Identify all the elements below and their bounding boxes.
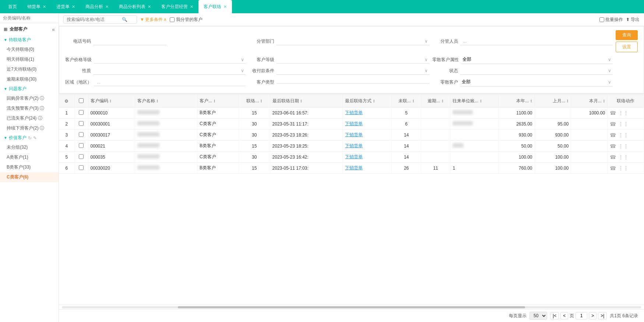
close-product-analysis-icon[interactable]: ✕ — [105, 4, 109, 9]
contact-icon[interactable]: ☎ — [610, 154, 616, 160]
th-name[interactable]: 客户名称 ↕ — [135, 95, 197, 107]
payment-select[interactable]: ∨ — [277, 67, 429, 75]
contact-icon[interactable]: ☎ — [610, 165, 616, 171]
sidebar-item-tomorrow[interactable]: 明天待联络(1) — [0, 54, 59, 64]
page-size-select[interactable]: 50 — [529, 312, 547, 320]
row-checkbox[interactable] — [79, 143, 84, 148]
status-select[interactable]: ∨ — [460, 67, 613, 75]
next-page-btn[interactable]: > — [589, 312, 597, 319]
nav-product-analysis[interactable]: 商品分析 ✕ — [80, 0, 114, 13]
contact-icon[interactable]: ☎ — [610, 121, 616, 127]
nav-home[interactable]: 首页 — [3, 0, 22, 13]
more-filter-btn[interactable]: ▼ 更多条件 ∧ — [140, 17, 167, 23]
th-lastmonth[interactable]: 上月... ↕ — [535, 95, 571, 107]
row-checkbox[interactable] — [79, 154, 84, 159]
contact-icon[interactable]: ☎ — [610, 110, 616, 116]
sidebar-item-b-class[interactable]: B类客户(33) — [0, 162, 59, 172]
sidebar-item-c-class[interactable]: C类客户(6) — [0, 172, 59, 182]
query-button[interactable]: 查询 — [616, 30, 638, 40]
nav-customer-contact[interactable]: 客户联络 ✕ — [198, 0, 232, 13]
row-checkbox[interactable] — [79, 132, 84, 137]
sidebar-item-churn-warning[interactable]: 流失预警客户(3) ⓘ — [0, 103, 59, 113]
way-link[interactable]: 下销货单 — [345, 154, 363, 159]
retail-select[interactable]: 全部 ∨ — [460, 78, 613, 86]
more-action-icon[interactable]: ⋮⋮ — [618, 143, 629, 149]
batch-op-btn[interactable]: 批量操作 — [599, 17, 623, 23]
close-product-list-icon[interactable]: ✕ — [148, 4, 151, 9]
first-page-btn[interactable]: |< — [550, 312, 559, 319]
person-select[interactable]: ... — [460, 38, 613, 45]
sidebar-item-abnormal[interactable]: 回购异常客户(2) ⓘ — [0, 93, 59, 103]
last-page-btn[interactable]: >| — [598, 312, 607, 319]
settings-icon[interactable]: ⚙ — [64, 99, 68, 104]
th-code[interactable]: 客户编码 ↕ — [88, 95, 135, 107]
row-checkbox[interactable] — [79, 110, 84, 115]
scrollbar-thumb[interactable] — [178, 306, 525, 308]
sidebar-item-ungroup[interactable]: 未分组(32) — [0, 142, 59, 152]
th-unlinkdays[interactable]: 未联... ↕ — [392, 95, 421, 107]
set-button[interactable]: 设置 — [616, 42, 638, 52]
row-checkbox[interactable] — [79, 121, 84, 126]
th-way[interactable]: 最后联络方式 ↕ — [343, 95, 392, 107]
sidebar-item-churned[interactable]: 已流失客户(24) ⓘ — [0, 113, 59, 123]
more-action-icon[interactable]: ⋮⋮ — [618, 110, 629, 116]
nav-customer-tier[interactable]: 客户分层经营 ✕ — [156, 0, 198, 13]
row-checkbox[interactable] — [79, 165, 84, 170]
th-thismonth[interactable]: 本月... ↕ — [571, 95, 608, 107]
prev-page-btn[interactable]: < — [560, 312, 568, 319]
close-customer-tier-icon[interactable]: ✕ — [190, 4, 193, 9]
horizontal-scrollbar[interactable] — [59, 305, 644, 309]
retail-attr-select[interactable]: 全部 ∨ — [461, 55, 613, 64]
more-action-icon[interactable]: ⋮⋮ — [618, 154, 629, 160]
refresh-icon[interactable]: ↻ — [28, 135, 32, 141]
edit-icon[interactable]: ✎ — [33, 135, 37, 141]
th-type[interactable]: 客户... ↕ — [197, 95, 239, 107]
main-search-icon[interactable]: 🔍 — [122, 17, 127, 22]
sidebar-item-today[interactable]: 今天待联络(0) — [0, 45, 59, 54]
sidebar-group-problem[interactable]: ▼ 问题客户 — [0, 84, 59, 93]
page-input[interactable] — [576, 312, 587, 319]
contact-icon[interactable]: ☎ — [610, 132, 616, 138]
phone-input[interactable] — [93, 38, 167, 45]
sidebar-item-declining[interactable]: 持续下滑客户(2) ⓘ — [0, 123, 59, 133]
way-link[interactable]: 下销货单 — [345, 132, 363, 137]
sidebar-item-overdue-contact[interactable]: 逾期未联络(30) — [0, 74, 59, 84]
th-overdue[interactable]: 逾期... ↕ — [421, 95, 450, 107]
my-customers-checkbox[interactable] — [170, 17, 175, 22]
collapse-icon[interactable]: « — [52, 26, 55, 32]
way-link[interactable]: 下销货单 — [345, 121, 363, 126]
nav-product-list[interactable]: 商品分析列表 ✕ — [114, 0, 156, 13]
nature-select[interactable]: ∨ — [93, 67, 246, 75]
close-customer-contact-icon[interactable]: ✕ — [224, 4, 227, 9]
more-action-icon[interactable]: ⋮⋮ — [618, 165, 629, 171]
dotdot-icon[interactable]: ... — [463, 39, 467, 44]
more-action-icon[interactable]: ⋮⋮ — [618, 121, 629, 127]
scrollbar-track[interactable] — [62, 306, 641, 308]
dotdot-icon-2[interactable]: ... — [97, 79, 101, 85]
dept-select[interactable]: ∨ — [277, 38, 429, 45]
way-link[interactable]: 下销货单 — [345, 110, 363, 115]
th-prev[interactable]: 往来单位账... ↕ — [450, 95, 498, 107]
close-sales-icon[interactable]: ✕ — [43, 4, 46, 9]
way-link[interactable]: 下销货单 — [345, 165, 363, 170]
th-contact[interactable]: 联络... ↕ — [239, 95, 270, 107]
more-action-icon[interactable]: ⋮⋮ — [618, 132, 629, 138]
customer-type-select[interactable] — [277, 81, 429, 84]
select-all-checkbox[interactable] — [79, 98, 84, 103]
close-purchase-icon[interactable]: ✕ — [72, 4, 75, 9]
th-thisyear[interactable]: 本年... ↕ — [498, 95, 535, 107]
th-date[interactable]: 最后联络日期 ↕ — [270, 95, 343, 107]
region-select[interactable]: ... — [94, 78, 246, 86]
sidebar-all-customers[interactable]: ⊞ 全部客户 « — [0, 23, 59, 35]
nav-sales[interactable]: 销货单 ✕ — [22, 0, 51, 13]
price-level-select[interactable]: ∨ — [94, 56, 246, 64]
sidebar-group-value[interactable]: ▼ 价值客户 ↻ ✎ — [0, 133, 59, 142]
sidebar-item-7days[interactable]: 近7天待联络(0) — [0, 64, 59, 74]
export-btn[interactable]: ⬆ 导出 — [626, 17, 640, 23]
sidebar-group-pending[interactable]: ▼ 待联络客户 — [0, 35, 59, 45]
batch-op-checkbox[interactable] — [599, 17, 604, 22]
sidebar-item-a-class[interactable]: A类客户(1) — [0, 152, 59, 162]
sidebar-search-input[interactable] — [3, 15, 58, 21]
customer-level-select[interactable]: ∨ — [277, 56, 429, 64]
main-search-input[interactable] — [67, 17, 122, 22]
